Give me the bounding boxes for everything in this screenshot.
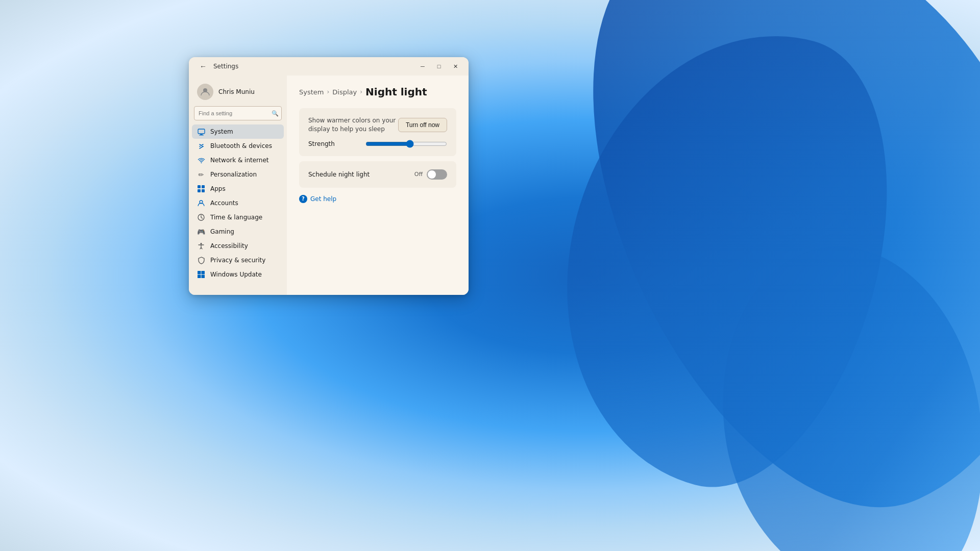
avatar	[197, 84, 213, 100]
svg-rect-4	[198, 185, 201, 188]
page-title: Night light	[365, 86, 427, 98]
strength-label: Strength	[308, 140, 335, 147]
windows-update-icon	[197, 270, 205, 279]
title-bar: ← Settings ─ □ ✕	[189, 57, 469, 76]
schedule-card: Schedule night light Off	[299, 161, 456, 188]
window-title: Settings	[213, 63, 238, 70]
svg-rect-12	[202, 271, 205, 274]
title-bar-left: ← Settings	[197, 60, 238, 72]
back-button[interactable]: ←	[197, 60, 209, 72]
sidebar-item-apps[interactable]: Apps	[189, 182, 287, 196]
sidebar-item-label-system: System	[210, 128, 233, 135]
sidebar-item-label-gaming: Gaming	[210, 228, 234, 235]
minimize-button[interactable]: ─	[415, 59, 430, 73]
svg-rect-1	[198, 129, 205, 134]
sidebar-item-windows-update[interactable]: Windows Update	[189, 267, 287, 282]
sidebar-item-system[interactable]: System	[192, 124, 284, 139]
svg-rect-2	[200, 134, 203, 135]
sidebar-item-label-accessibility: Accessibility	[210, 242, 248, 249]
strength-slider[interactable]	[365, 140, 447, 148]
user-section: Chris Muniu	[189, 80, 287, 106]
settings-window: ← Settings ─ □ ✕ Chris Muniu	[189, 57, 469, 295]
get-help-label: Get help	[310, 195, 336, 203]
svg-rect-7	[202, 189, 205, 192]
time-icon	[197, 213, 205, 221]
night-light-description: Show warmer colors on your display to he…	[308, 116, 398, 134]
system-icon	[197, 128, 205, 136]
personalization-icon: ✏️	[197, 170, 205, 179]
close-button[interactable]: ✕	[448, 59, 462, 73]
sidebar: Chris Muniu 🔍 System	[189, 76, 287, 295]
search-box: 🔍	[194, 106, 282, 120]
sidebar-item-label-bluetooth: Bluetooth & devices	[210, 142, 272, 149]
get-help-row[interactable]: ? Get help	[299, 195, 456, 203]
sidebar-item-label-privacy: Privacy & security	[210, 257, 265, 264]
accessibility-icon	[197, 242, 205, 250]
breadcrumb-system[interactable]: System	[299, 88, 324, 96]
description-row: Show warmer colors on your display to he…	[308, 116, 447, 134]
privacy-icon	[197, 256, 205, 264]
toggle-group: Off	[414, 169, 447, 180]
svg-rect-13	[198, 275, 201, 279]
sidebar-item-accessibility[interactable]: Accessibility	[189, 239, 287, 253]
network-icon	[197, 156, 205, 164]
sidebar-item-label-network: Network & internet	[210, 157, 269, 164]
schedule-row: Schedule night light Off	[308, 169, 447, 180]
strength-slider-container	[365, 140, 447, 148]
svg-rect-14	[202, 275, 205, 279]
svg-rect-11	[198, 271, 201, 274]
strength-row: Strength	[308, 140, 447, 148]
schedule-label: Schedule night light	[308, 171, 370, 178]
sidebar-item-network[interactable]: Network & internet	[189, 153, 287, 167]
main-content: System › Display › Night light Show warm…	[287, 76, 469, 295]
sidebar-item-label-apps: Apps	[210, 185, 226, 192]
search-icon: 🔍	[272, 110, 279, 117]
window-body: Chris Muniu 🔍 System	[189, 76, 469, 295]
maximize-button[interactable]: □	[432, 59, 446, 73]
wallpaper	[0, 0, 980, 551]
toggle-knob	[428, 170, 436, 179]
sidebar-item-privacy[interactable]: Privacy & security	[189, 253, 287, 267]
user-name: Chris Muniu	[218, 88, 255, 95]
search-input[interactable]	[194, 106, 282, 120]
sidebar-item-label-accounts: Accounts	[210, 199, 238, 207]
breadcrumb: System › Display › Night light	[299, 86, 456, 98]
breadcrumb-sep-2: ›	[360, 88, 362, 95]
help-icon: ?	[299, 195, 307, 203]
apps-icon	[197, 185, 205, 193]
sidebar-item-label-time: Time & language	[210, 214, 262, 221]
accounts-icon	[197, 199, 205, 207]
svg-rect-6	[198, 189, 201, 192]
sidebar-item-gaming[interactable]: 🎮 Gaming	[189, 224, 287, 239]
bluetooth-icon	[197, 142, 205, 150]
svg-rect-5	[202, 185, 205, 188]
schedule-toggle[interactable]	[427, 169, 447, 180]
sidebar-item-time[interactable]: Time & language	[189, 210, 287, 224]
turn-off-button[interactable]: Turn off now	[398, 118, 447, 132]
svg-rect-3	[199, 135, 204, 135]
sidebar-item-label-personalization: Personalization	[210, 171, 257, 178]
schedule-status: Off	[414, 171, 423, 178]
svg-point-10	[201, 243, 202, 244]
sidebar-item-bluetooth[interactable]: Bluetooth & devices	[189, 139, 287, 153]
sidebar-item-label-windows-update: Windows Update	[210, 271, 262, 278]
sidebar-item-accounts[interactable]: Accounts	[189, 196, 287, 210]
window-controls: ─ □ ✕	[415, 59, 462, 73]
sidebar-item-personalization[interactable]: ✏️ Personalization	[189, 167, 287, 182]
gaming-icon: 🎮	[197, 228, 205, 236]
night-light-card: Show warmer colors on your display to he…	[299, 108, 456, 156]
breadcrumb-sep-1: ›	[327, 88, 329, 95]
breadcrumb-display[interactable]: Display	[332, 88, 357, 96]
